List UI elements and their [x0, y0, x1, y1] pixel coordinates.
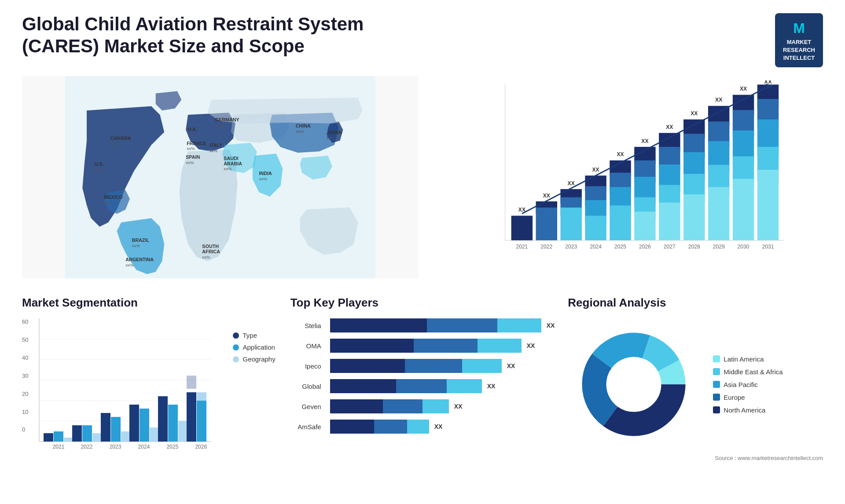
legend-europe: Europe [713, 394, 783, 401]
player-val-stelia: XX [547, 322, 555, 329]
svg-rect-110 [64, 438, 73, 442]
legend-app-dot [233, 344, 239, 351]
svg-text:AFRICA: AFRICA [202, 249, 220, 255]
middle-east-label: Middle East & Africa [724, 368, 783, 376]
header: Global Child Aviation Restraint System (… [22, 13, 823, 67]
north-america-color [713, 406, 720, 413]
segmentation-legend: Type Application Geography [233, 332, 275, 363]
logo-line3: INTELLECT [783, 54, 815, 62]
svg-text:2021: 2021 [516, 244, 528, 250]
growth-bar-chart: XX 2021 XX 2022 XX 2023 [458, 80, 819, 261]
segmentation-section: Market Segmentation 0 10 20 30 40 50 60 [22, 296, 277, 481]
svg-point-138 [607, 358, 660, 411]
svg-rect-131 [197, 392, 206, 401]
player-name-stelia: Stelia [290, 322, 326, 329]
svg-text:XX: XX [691, 111, 698, 117]
svg-text:xx%: xx% [326, 135, 334, 140]
player-row-stelia: Stelia XX [290, 318, 555, 332]
svg-text:2024: 2024 [138, 444, 150, 450]
legend-north-america: North America [713, 406, 783, 414]
player-val-oma: XX [527, 342, 535, 349]
svg-text:U.S.: U.S. [95, 161, 104, 167]
player-name-ipeco: Ipeco [290, 362, 326, 370]
bottom-section: Market Segmentation 0 10 20 30 40 50 60 [22, 296, 823, 481]
legend-type-dot [233, 332, 239, 339]
svg-text:2024: 2024 [590, 244, 602, 250]
svg-text:ARGENTINA: ARGENTINA [125, 257, 154, 262]
middle-east-color [713, 368, 720, 375]
latin-america-color [713, 355, 720, 362]
logo-line2: RESEARCH [783, 46, 815, 54]
player-val-ipeco: XX [507, 362, 515, 369]
svg-text:2031: 2031 [762, 244, 774, 250]
svg-text:xx%: xx% [95, 167, 103, 172]
legend-application: Application [233, 343, 275, 351]
svg-rect-116 [101, 413, 110, 442]
svg-text:XX: XX [568, 180, 575, 186]
svg-rect-120 [129, 405, 139, 442]
svg-rect-124 [158, 396, 168, 442]
svg-text:xx%: xx% [186, 160, 194, 165]
svg-rect-122 [150, 427, 159, 442]
player-row-geven: Geven XX [290, 399, 555, 413]
player-val-global: XX [487, 383, 496, 390]
legend-geography: Geography [233, 355, 275, 363]
asia-pacific-color [713, 381, 720, 388]
svg-text:INDIA: INDIA [259, 171, 272, 176]
map-container: CANADA xx% U.S. xx% MEXICO xx% BRAZIL xx… [22, 76, 419, 278]
svg-text:xx%: xx% [104, 200, 112, 205]
legend-latin-america: Latin America [713, 355, 783, 363]
page-title: Global Child Aviation Restraint System (… [22, 13, 418, 58]
svg-text:xx%: xx% [209, 149, 218, 153]
svg-rect-118 [121, 431, 131, 442]
legend-geo-dot [233, 356, 239, 362]
svg-text:FRANCE: FRANCE [187, 141, 206, 146]
source-text: Source : www.marketresearchintellect.com [568, 455, 823, 461]
svg-rect-128 [187, 392, 196, 442]
logo-box: M MARKET RESEARCH INTELLECT [775, 13, 823, 67]
svg-rect-68 [659, 203, 680, 241]
segmentation-chart: 2021 2022 2023 [35, 318, 220, 450]
svg-text:SOUTH: SOUTH [202, 244, 219, 249]
svg-text:2022: 2022 [540, 244, 552, 250]
world-map-svg: CANADA xx% U.S. xx% MEXICO xx% BRAZIL xx… [22, 76, 419, 278]
svg-rect-82 [708, 187, 729, 241]
player-row-global: Global XX [290, 379, 555, 393]
legend-app-label: Application [242, 343, 275, 351]
svg-text:BRAZIL: BRAZIL [132, 237, 150, 243]
svg-text:2026: 2026 [195, 444, 207, 450]
europe-label: Europe [724, 394, 745, 401]
legend-type-label: Type [242, 332, 257, 339]
svg-text:ITALY: ITALY [209, 143, 222, 148]
svg-text:2026: 2026 [639, 244, 651, 250]
player-name-geven: Geven [290, 403, 326, 410]
svg-rect-48 [585, 216, 606, 241]
donut-legend: Latin America Middle East & Africa Asia … [713, 355, 783, 414]
svg-text:xx%: xx% [224, 167, 232, 172]
bar-2021-dark [511, 216, 533, 241]
svg-text:MEXICO: MEXICO [104, 194, 122, 200]
svg-rect-112 [72, 425, 82, 442]
svg-rect-129 [197, 401, 206, 442]
svg-text:xx%: xx% [215, 123, 224, 128]
svg-text:xx%: xx% [132, 243, 140, 248]
svg-text:XX: XX [666, 124, 673, 130]
top-section: CANADA xx% U.S. xx% MEXICO xx% BRAZIL xx… [22, 76, 823, 278]
legend-type: Type [233, 332, 275, 339]
svg-text:2030: 2030 [738, 244, 749, 250]
svg-text:2022: 2022 [81, 444, 93, 450]
player-name-global: Global [290, 383, 326, 390]
svg-text:2023: 2023 [565, 244, 577, 250]
donut-area: Latin America Middle East & Africa Asia … [568, 318, 823, 450]
svg-text:CHINA: CHINA [296, 124, 311, 129]
svg-text:xx%: xx% [202, 255, 210, 259]
svg-text:JAPAN: JAPAN [326, 130, 342, 135]
svg-rect-108 [44, 433, 53, 442]
player-name-oma: OMA [290, 342, 326, 350]
regional-section: Regional Analysis [568, 296, 823, 481]
svg-text:U.K.: U.K. [188, 127, 198, 132]
regional-title: Regional Analysis [568, 296, 823, 310]
svg-text:SPAIN: SPAIN [186, 154, 200, 160]
svg-rect-75 [683, 194, 705, 240]
players-title: Top Key Players [290, 296, 555, 310]
